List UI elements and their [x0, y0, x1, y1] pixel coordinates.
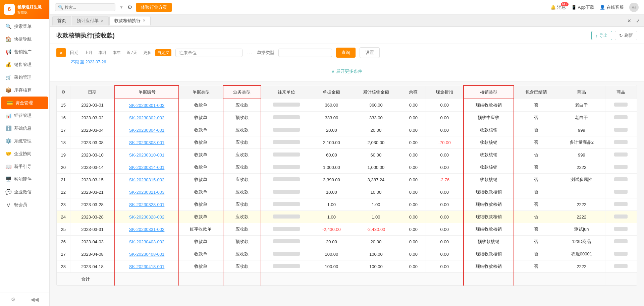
tab-close-all-btn[interactable]: ✕ — [626, 17, 633, 24]
date-custom[interactable]: 自定义 — [155, 49, 171, 56]
sidebar-item-purchase[interactable]: 🛒 采购管理 — [0, 71, 49, 84]
bill-no-link[interactable]: SK-20230321-003 — [129, 190, 165, 195]
solution-button[interactable]: 体验行业方案 — [136, 3, 172, 12]
filter-collapse-btn[interactable]: « — [56, 48, 66, 57]
query-button[interactable]: 查询 — [336, 48, 356, 58]
cell-balance: 0.00 — [401, 112, 426, 124]
bill-no-link[interactable]: SK-20230304-001 — [129, 128, 165, 133]
cell-goods2 — [605, 198, 637, 211]
cell-bill-type: 收款单 — [179, 161, 223, 174]
unit-input[interactable] — [175, 49, 243, 57]
cell-included: 否 — [514, 174, 558, 186]
summary-bill-no — [115, 273, 179, 286]
gear-icon-topbar[interactable]: ⚙ — [127, 4, 132, 10]
bill-no-link[interactable]: SK-20230314-001 — [129, 165, 165, 170]
date-last-month[interactable]: 上月 — [83, 49, 95, 56]
date-this-month[interactable]: 本月 — [97, 49, 109, 56]
summary-goods2 — [605, 273, 637, 286]
sidebar-item-operation[interactable]: 📊 经营管理 — [0, 109, 49, 122]
bill-no-link[interactable]: SK-20230302-002 — [129, 115, 165, 120]
th-bill-no: 单据编号 — [115, 85, 179, 99]
cell-date: 2023-03-28 — [70, 211, 115, 223]
bill-no-link[interactable]: SK-20230315-002 — [129, 177, 165, 182]
bill-no-link[interactable]: SK-20230331-002 — [129, 227, 165, 232]
tab-receipt-close[interactable]: 收款核销执行 ✕ — [109, 16, 151, 25]
basic-icon: ℹ️ — [5, 125, 11, 131]
sidebar-item-finance[interactable]: 💳 资金管理 — [1, 97, 48, 109]
cell-date: 2023-03-15 — [70, 174, 115, 186]
sidebar-item-basic[interactable]: ℹ️ 基础信息 — [0, 122, 49, 135]
table-row: 26 2023-04-03 SK-20230403-002 收款单 预收款 20… — [57, 236, 637, 248]
tab-prereceipt[interactable]: 预计应付单 ✕ — [72, 16, 109, 25]
notification-area[interactable]: 🔔 消息 99+ — [550, 4, 566, 10]
date-more[interactable]: 更多 — [141, 49, 153, 56]
cell-biz-type: 应收款 — [223, 136, 261, 149]
export-icon: ↑ — [596, 33, 598, 38]
tab-prereceipt-close[interactable]: ✕ — [101, 19, 104, 23]
sidebar-item-inventory[interactable]: 📦 库存核算 — [0, 84, 49, 97]
sidebar-item-search[interactable]: 🔍 搜索菜单 — [0, 20, 49, 33]
cell-unit — [261, 223, 312, 236]
cell-amount: 100.00 — [312, 260, 351, 273]
tab-receipt-close-btn[interactable]: ✕ — [143, 18, 146, 23]
bill-no-link[interactable]: SK-20230310-001 — [129, 152, 165, 158]
th-settings[interactable]: ⚙ — [57, 85, 70, 99]
sidebar-item-member[interactable]: V 畅会员 — [0, 198, 49, 211]
bill-no-link[interactable]: SK-20230301-002 — [129, 103, 165, 108]
sidebar-item-hardware[interactable]: 🖥️ 智能硬件 — [0, 173, 49, 186]
app-download-link[interactable]: 📱 App下载 — [571, 4, 594, 10]
topbar-search-box[interactable]: 🔍 — [55, 3, 115, 11]
cell-goods2 — [605, 186, 637, 198]
tab-home[interactable]: 首页 — [52, 16, 71, 25]
sidebar-item-quick[interactable]: 🏠 快捷导航 — [0, 33, 49, 46]
sidebar-item-system[interactable]: ⚙️ 系统管理 — [0, 135, 49, 147]
bill-no-link[interactable]: SK-20230408-001 — [129, 252, 165, 257]
cell-date: 2023-03-31 — [70, 223, 115, 236]
sidebar-item-sales[interactable]: 💰 销售管理 — [0, 58, 49, 71]
th-biz-type: 业务类型 — [223, 85, 261, 99]
cell-included: 否 — [514, 124, 558, 136]
bill-no-link[interactable]: SK-20230328-002 — [129, 215, 165, 220]
export-button[interactable]: ↑ 导出 — [591, 31, 612, 40]
service-icon: 👤 — [600, 5, 605, 10]
cell-goods2 — [605, 112, 637, 124]
cell-included: 否 — [514, 136, 558, 149]
search-icon: 🔍 — [5, 23, 11, 29]
sidebar-settings-btn[interactable]: ⚙ — [11, 296, 15, 303]
cell-acc-amount: 3,387.24 — [351, 174, 401, 186]
setting-button[interactable]: 设置 — [360, 47, 380, 58]
cell-date: 2023-03-01 — [70, 99, 115, 112]
sidebar-item-wechat[interactable]: 💬 企业微信 — [0, 186, 49, 198]
marketing-icon: 📢 — [5, 49, 11, 55]
summary-acc-amount — [351, 273, 401, 286]
bill-no-link[interactable]: SK-20230328-001 — [129, 202, 165, 207]
sidebar-item-marketing[interactable]: 📢 营销推广 — [0, 46, 49, 58]
sidebar-item-guide[interactable]: 📖 新手引导 — [0, 160, 49, 173]
bill-no-link[interactable]: SK-20230308-001 — [129, 140, 165, 145]
cell-balance: 0.00 — [401, 124, 426, 136]
refresh-button[interactable]: ↻ 刷新 — [615, 31, 637, 40]
sidebar-item-cooperation[interactable]: 🤝 企业协同 — [0, 147, 49, 160]
cell-biz-type: 应收款 — [223, 149, 261, 161]
table-row: 15 2023-03-01 SK-20230301-002 收款单 应收款 36… — [57, 99, 637, 112]
tab-maximize-btn[interactable]: ⤢ — [635, 17, 641, 24]
online-service-link[interactable]: 👤 在线客服 — [600, 4, 624, 10]
cell-included: 否 — [514, 161, 558, 174]
dropdown-arrow-icon[interactable]: ▼ — [119, 5, 123, 10]
sidebar-collapse-btn[interactable]: ◀◀ — [31, 296, 39, 303]
expand-btn[interactable]: ∨ 展开更多条件 — [331, 66, 362, 76]
page-header: 收款核销执行(按收款) ↑ 导出 ↻ 刷新 — [50, 27, 644, 44]
cell-bill-no: SK-20230418-001 — [115, 260, 179, 273]
search-icon-topbar: 🔍 — [58, 5, 63, 10]
date-7days[interactable]: 近7天 — [125, 49, 139, 56]
filter-dots: ... — [247, 50, 253, 56]
user-avatar[interactable]: Rit — [629, 3, 639, 12]
cell-goods2 — [605, 161, 637, 174]
cell-close-type: 预收款核销 — [464, 236, 514, 248]
topbar-search-input[interactable] — [65, 5, 105, 10]
type-select[interactable] — [278, 49, 332, 57]
bill-no-link[interactable]: SK-20230403-002 — [129, 239, 165, 244]
bill-no-link[interactable]: SK-20230418-001 — [129, 264, 165, 269]
summary-balance — [401, 273, 426, 286]
date-this-year[interactable]: 本年 — [111, 49, 123, 56]
